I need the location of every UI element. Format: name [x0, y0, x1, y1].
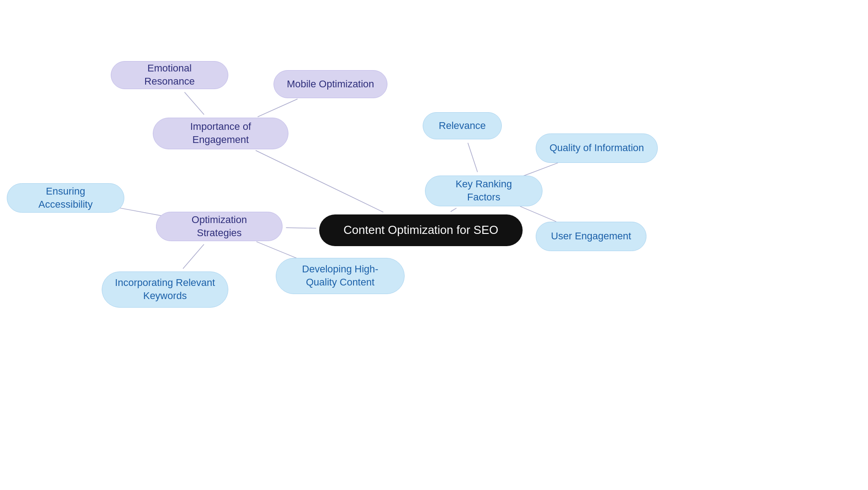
developing-content-label: Developing High-Quality Content: [289, 263, 392, 289]
quality-of-information-node: Quality of Information: [536, 133, 658, 163]
mobile-optimization-label: Mobile Optimization: [287, 78, 374, 91]
svg-line-9: [523, 163, 558, 176]
importance-engagement-label: Importance of Engagement: [166, 120, 275, 146]
center-label: Content Optimization for SEO: [344, 223, 498, 238]
svg-line-8: [468, 143, 477, 172]
developing-content-node: Developing High-Quality Content: [276, 258, 405, 294]
relevance-node: Relevance: [423, 112, 502, 139]
incorporating-keywords-label: Incorporating Relevant Keywords: [115, 276, 215, 302]
svg-line-1: [184, 92, 204, 114]
ensuring-accessibility-label: Ensuring Accessibility: [20, 185, 111, 211]
svg-line-0: [256, 150, 383, 212]
ensuring-accessibility-node: Ensuring Accessibility: [7, 183, 124, 213]
svg-line-7: [451, 208, 457, 212]
importance-of-engagement-node: Importance of Engagement: [153, 118, 288, 149]
mobile-optimization-node: Mobile Optimization: [274, 70, 387, 98]
key-ranking-factors-node: Key Ranking Factors: [425, 176, 542, 206]
emotional-resonance-label: Emotional Resonance: [124, 62, 215, 88]
optimization-strategies-node: Optimization Strategies: [156, 212, 283, 241]
key-ranking-label: Key Ranking Factors: [438, 178, 529, 204]
quality-information-label: Quality of Information: [549, 142, 644, 155]
optimization-strategies-label: Optimization Strategies: [169, 214, 269, 239]
center-node: Content Optimization for SEO: [319, 214, 523, 246]
user-engagement-label: User Engagement: [551, 230, 631, 243]
svg-line-5: [183, 244, 204, 269]
svg-line-10: [520, 206, 557, 222]
svg-line-6: [256, 242, 298, 259]
svg-line-4: [118, 208, 164, 216]
emotional-resonance-node: Emotional Resonance: [111, 61, 228, 89]
user-engagement-node: User Engagement: [536, 222, 646, 251]
relevance-label: Relevance: [439, 119, 486, 133]
incorporating-keywords-node: Incorporating Relevant Keywords: [102, 271, 228, 308]
svg-line-2: [258, 99, 297, 117]
svg-line-3: [286, 228, 316, 228]
